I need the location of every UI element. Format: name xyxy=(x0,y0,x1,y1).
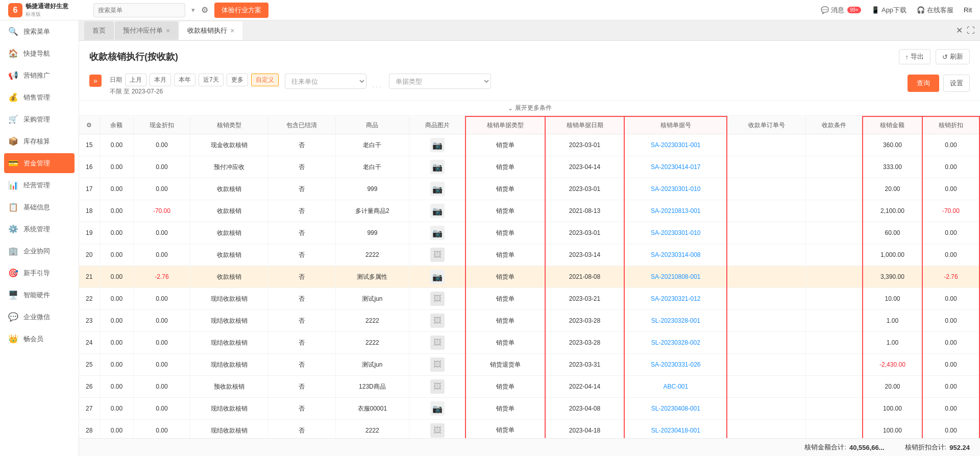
export-icon: ↑ xyxy=(905,53,909,61)
cell-balance: 0.00 xyxy=(100,134,134,156)
cell-writeoff-date: 2023-03-28 xyxy=(545,310,624,332)
sidebar-item-basic[interactable]: 📋 基础信息 xyxy=(0,196,79,218)
sidebar-item-marketing[interactable]: 📢 营销推广 xyxy=(0,64,79,86)
sidebar-label-hardware: 智能硬件 xyxy=(23,291,50,300)
writeoff-no-link[interactable]: SA-20230321-012 xyxy=(651,295,700,302)
cell-receipt-condition xyxy=(806,178,863,200)
cell-balance: 0.00 xyxy=(100,156,134,178)
sidebar-item-hardware[interactable]: 🖥️ 智能硬件 xyxy=(0,284,79,306)
cell-writeoff-voucher-type: 销货单 xyxy=(465,134,545,156)
col-header-balance: 余额 xyxy=(100,116,134,134)
setting-btn[interactable]: 设置 xyxy=(943,75,970,92)
query-btn[interactable]: 查询 xyxy=(908,75,939,92)
cell-write-off-type: 收款核销 xyxy=(190,222,268,244)
tab-home[interactable]: 首页 xyxy=(84,21,114,40)
app-download-btn[interactable]: 📱 App下载 xyxy=(871,6,906,15)
building-icon: 🏢 xyxy=(8,246,18,256)
date-btn-7days[interactable]: 近7天 xyxy=(199,74,224,86)
cell-product-img: 🖼 xyxy=(409,376,465,398)
sidebar-item-member[interactable]: 👑 畅会员 xyxy=(0,328,79,350)
tab-prepaid-close[interactable]: × xyxy=(166,27,170,35)
cell-receipt-order-no xyxy=(727,156,805,178)
tab-collection[interactable]: 收款核销执行 × xyxy=(179,21,242,40)
sidebar-item-inventory[interactable]: 📦 库存核算 xyxy=(0,130,79,152)
cell-writeoff-voucher-type: 销货单 xyxy=(465,310,545,332)
col-header-receipt-order-no: 收款单订单号 xyxy=(727,116,805,134)
sidebar-item-purchase[interactable]: 🛒 采购管理 xyxy=(0,108,79,130)
writeoff-no-link[interactable]: SA-20230414-017 xyxy=(651,163,700,171)
writeoff-no-link[interactable]: SA-20210808-001 xyxy=(651,273,700,280)
logo-text-group: 畅捷通谱好生意 标准版 xyxy=(26,2,68,18)
product-img: 🖼 xyxy=(430,292,445,306)
col-header-product-img: 商品图片 xyxy=(409,116,465,134)
gear-icon-settings[interactable]: ⚙ xyxy=(201,5,208,15)
sidebar-item-search[interactable]: 🔍 搜索菜单 xyxy=(0,20,79,42)
cell-writeoff-date: 2023-04-18 xyxy=(545,420,624,439)
cell-row-num: 26 xyxy=(79,376,100,398)
writeoff-no-link[interactable]: SL-20230408-001 xyxy=(651,405,700,412)
cell-include-settled: 否 xyxy=(268,354,336,376)
date-btn-custom[interactable]: 自定义 xyxy=(251,74,279,86)
user-name[interactable]: Rit xyxy=(964,6,972,14)
tab-collection-close[interactable]: × xyxy=(230,27,234,35)
writeoff-no-link[interactable]: ABC-001 xyxy=(663,383,688,390)
sidebar-item-wechat[interactable]: 💬 企业微信 xyxy=(0,306,79,328)
sidebar-item-operations[interactable]: 📊 经营管理 xyxy=(0,174,79,196)
cell-row-num: 18 xyxy=(79,200,100,222)
sidebar-item-quick-nav[interactable]: 🏠 快捷导航 xyxy=(0,42,79,64)
cell-cash-discount: 0.00 xyxy=(134,310,190,332)
dropdown-arrow-icon[interactable]: ▾ xyxy=(191,6,195,14)
sidebar-item-system[interactable]: ⚙️ 系统管理 xyxy=(0,218,79,240)
target-icon: 🎯 xyxy=(8,268,18,278)
export-btn[interactable]: ↑ 导出 xyxy=(899,49,931,64)
sidebar-item-enterprise[interactable]: 🏢 企业协同 xyxy=(0,240,79,262)
search-input[interactable] xyxy=(93,3,185,17)
cell-row-num: 23 xyxy=(79,310,100,332)
writeoff-no-link[interactable]: SA-20210813-001 xyxy=(651,207,700,214)
writeoff-no-link[interactable]: SL-20230328-002 xyxy=(651,339,700,346)
filter-voucher-type-select[interactable]: 单据类型 xyxy=(389,74,491,89)
table-body: 15 0.00 0.00 现金收款核销 否 老白干 📷 销货单 2023-03-… xyxy=(79,134,979,439)
cell-include-settled: 否 xyxy=(268,376,336,398)
cell-row-num: 27 xyxy=(79,398,100,420)
cell-product-img: 🖼 xyxy=(409,310,465,332)
sidebar-label-enterprise: 企业协同 xyxy=(23,247,50,256)
cell-include-settled: 否 xyxy=(268,244,336,266)
sidebar-item-guide[interactable]: 🎯 新手引导 xyxy=(0,262,79,284)
writeoff-no-link[interactable]: SL-20230418-001 xyxy=(651,427,700,434)
writeoff-no-link[interactable]: SA-20230301-001 xyxy=(651,141,700,149)
date-btn-this-year[interactable]: 本年 xyxy=(174,74,195,86)
cell-product-img: 📷 xyxy=(409,200,465,222)
cell-writeoff-discount: 0.00 xyxy=(922,420,979,439)
writeoff-no-link[interactable]: SL-20230328-001 xyxy=(651,317,700,324)
cell-receipt-condition xyxy=(806,244,863,266)
sidebar-item-sales[interactable]: 💰 销售管理 xyxy=(0,86,79,108)
box-icon: 📦 xyxy=(8,136,18,146)
writeoff-no-link[interactable]: SA-20230301-010 xyxy=(651,185,700,193)
writeoff-no-link[interactable]: SA-20230314-008 xyxy=(651,251,700,258)
tab-prepaid[interactable]: 预付冲应付单 × xyxy=(115,21,178,40)
tab-collection-label: 收款核销执行 xyxy=(187,26,227,35)
col-header-write-off-type: 核销类型 xyxy=(190,116,268,134)
cell-include-settled: 否 xyxy=(268,398,336,420)
refresh-btn[interactable]: ↺ 刷新 xyxy=(936,49,970,64)
date-btn-last-month[interactable]: 上月 xyxy=(125,74,146,86)
cell-writeoff-amount: 2,100.00 xyxy=(863,200,922,222)
date-btn-this-month[interactable]: 本月 xyxy=(150,74,171,86)
cell-writeoff-date: 2023-03-28 xyxy=(545,332,624,354)
industry-btn[interactable]: 体验行业方案 xyxy=(214,3,268,18)
notification-btn[interactable]: 💬 消息 99+ xyxy=(821,6,861,15)
sidebar-item-finance[interactable]: 💳 资金管理 xyxy=(4,153,75,173)
online-service-btn[interactable]: 🎧 在线客服 xyxy=(917,6,953,15)
tab-expand-btn[interactable]: ⛶ xyxy=(967,26,975,35)
cell-receipt-condition xyxy=(806,266,863,288)
date-btn-more[interactable]: 更多 xyxy=(227,74,248,86)
filter-toggle-btn[interactable]: » xyxy=(89,75,102,87)
product-img: 📷 xyxy=(430,270,445,284)
writeoff-no-link[interactable]: SA-20230301-010 xyxy=(651,229,700,236)
filter-partner-select[interactable]: 往来单位 xyxy=(285,74,366,89)
expand-more-btn[interactable]: ⌄ 展开更多条件 xyxy=(79,101,980,116)
cell-write-off-type: 现结收款核销 xyxy=(190,288,268,310)
writeoff-no-link[interactable]: SA-20230331-026 xyxy=(651,361,700,368)
tab-close-window-btn[interactable]: ✕ xyxy=(956,26,963,35)
